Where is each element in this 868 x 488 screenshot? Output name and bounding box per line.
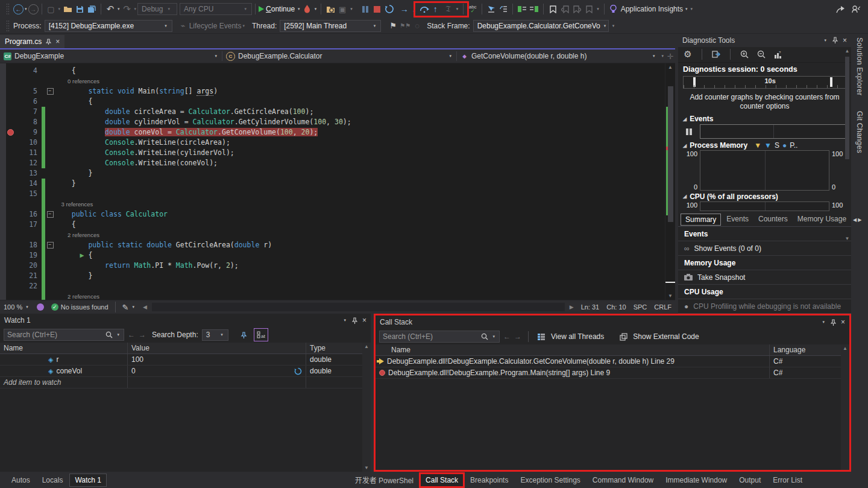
call-stack-frame-row[interactable]: DebugExample.dll!DebugExample.Calculator… bbox=[376, 356, 849, 367]
code-line[interactable]: 11 Console.WriteLine(cylinderVol); bbox=[6, 148, 665, 158]
toolbar-grip[interactable] bbox=[6, 3, 10, 15]
column-header-name[interactable]: Name bbox=[376, 344, 770, 355]
navbar-dropdown-icon[interactable]: ▾ bbox=[661, 54, 664, 59]
code-line[interactable]: 16− public class Calculator bbox=[6, 209, 665, 220]
outlining-margin[interactable] bbox=[45, 66, 55, 76]
scrollbar-thumb[interactable] bbox=[845, 57, 849, 159]
scroll-up-icon[interactable]: ▲ bbox=[665, 65, 675, 70]
code-line[interactable]: 21 } bbox=[6, 271, 665, 281]
new-window-icon[interactable]: ▢ bbox=[45, 3, 57, 15]
show-next-statement-icon[interactable]: → bbox=[400, 4, 409, 14]
code-line[interactable]: 4 { bbox=[6, 66, 665, 76]
window-position-dropdown[interactable]: ▾ bbox=[344, 318, 346, 323]
spell-check-icon[interactable]: abc✓ bbox=[467, 3, 479, 15]
close-panel-icon[interactable]: × bbox=[841, 318, 845, 326]
panel-tab-command-window[interactable]: Command Window bbox=[587, 474, 659, 487]
outlining-margin[interactable]: − bbox=[45, 209, 55, 220]
toggle-bookmark-icon[interactable] bbox=[547, 3, 559, 15]
show-external-code-button[interactable]: Show External Code bbox=[633, 332, 699, 341]
panel-tab-immediate-window[interactable]: Immediate Window bbox=[660, 474, 732, 487]
counters-icon[interactable]: ? bbox=[772, 48, 784, 60]
editor-horizontal-scrollbar[interactable] bbox=[152, 303, 565, 311]
outlining-margin[interactable] bbox=[45, 138, 55, 148]
tab-program-cs[interactable]: Program.cs × bbox=[0, 35, 64, 48]
outlining-margin[interactable] bbox=[45, 107, 55, 117]
search-next-icon[interactable]: → bbox=[139, 331, 146, 339]
outlining-margin[interactable] bbox=[45, 281, 55, 291]
codelens-line[interactable]: 0 references bbox=[6, 76, 665, 86]
events-section-header[interactable]: ◢Events bbox=[678, 113, 851, 124]
breakpoint-margin[interactable] bbox=[6, 66, 17, 76]
close-panel-icon[interactable]: × bbox=[843, 36, 847, 45]
hscroll-right-icon[interactable]: ▶ bbox=[566, 304, 577, 310]
line-indicator[interactable]: Ln: 31 bbox=[577, 303, 603, 311]
breakpoint-margin[interactable] bbox=[6, 168, 17, 179]
line-cursor-icon[interactable] bbox=[485, 3, 497, 15]
call-stack-scrollbar[interactable]: ▲ bbox=[841, 344, 849, 470]
hot-reload-dropdown[interactable]: ▾ bbox=[315, 7, 317, 11]
clear-bookmarks-icon[interactable] bbox=[583, 3, 595, 15]
solution-configuration-select[interactable]: Debug▾ bbox=[137, 3, 177, 15]
toolbar-overflow-icon[interactable]: ▾ bbox=[612, 24, 615, 28]
hot-reload-icon[interactable] bbox=[301, 3, 313, 15]
diagnostics-scrollbar[interactable]: ▲ ▼ bbox=[843, 48, 851, 241]
panel-tab-locals[interactable]: Locals bbox=[37, 474, 69, 487]
pin-panel-icon[interactable] bbox=[831, 319, 836, 326]
zoom-select[interactable]: 100 %▾ bbox=[0, 303, 33, 311]
watch-title-bar[interactable]: Watch 1 ▾ × bbox=[0, 314, 371, 327]
outlining-margin[interactable] bbox=[45, 271, 55, 281]
column-header-type[interactable]: Type bbox=[306, 343, 371, 353]
editor-vertical-scrollbar[interactable]: ▲ ▼ bbox=[665, 63, 675, 300]
codelens-line[interactable]: 3 references bbox=[6, 199, 665, 209]
step-into-icon[interactable]: ↓ bbox=[412, 4, 417, 14]
panel-tab-breakpoints[interactable]: Breakpoints bbox=[465, 474, 514, 487]
tab-scroll-right-icon[interactable]: ▶ bbox=[858, 217, 863, 223]
scroll-up-icon[interactable]: ▲ bbox=[843, 346, 848, 351]
application-insights-button[interactable]: Application Insights bbox=[621, 5, 683, 13]
scrollbar-thumb[interactable] bbox=[668, 86, 673, 222]
pause-events-icon[interactable] bbox=[683, 125, 695, 138]
search-icon[interactable] bbox=[105, 331, 113, 338]
summary-action-row[interactable]: ∞Show Events (0 of 0) bbox=[678, 241, 851, 256]
codelens-line[interactable]: 2 references bbox=[6, 291, 665, 300]
add-watch-row[interactable]: Add item to watch bbox=[0, 377, 371, 388]
zoom-out-icon[interactable] bbox=[755, 48, 767, 60]
breakpoint-margin[interactable] bbox=[6, 86, 17, 97]
find-in-files-icon[interactable] bbox=[324, 3, 336, 15]
restart-icon[interactable] bbox=[383, 3, 395, 15]
code-line[interactable]: 9 double coneVol = Calculator.GetConeVol… bbox=[6, 127, 665, 138]
code-line[interactable]: 7 double circleArea = Calculator.GetCirc… bbox=[6, 107, 665, 117]
solution-platform-select[interactable]: Any CPU▾ bbox=[180, 3, 252, 15]
prev-bookmark-icon[interactable] bbox=[559, 3, 571, 15]
outlining-margin[interactable] bbox=[45, 76, 55, 86]
watch-search-input[interactable]: Search (Ctrl+E) ▾ bbox=[4, 329, 124, 341]
breakpoint-margin[interactable] bbox=[6, 158, 17, 168]
save-all-icon[interactable] bbox=[86, 3, 98, 15]
code-line[interactable]: 20 return Math.PI * Math.Pow(r, 2); bbox=[6, 261, 665, 271]
diagnostics-tab-events[interactable]: Events bbox=[722, 214, 753, 226]
navigate-forward-icon[interactable]: → bbox=[28, 4, 39, 14]
outlining-margin[interactable] bbox=[45, 127, 55, 138]
live-share-icon[interactable] bbox=[33, 303, 48, 311]
outlining-margin[interactable] bbox=[45, 199, 55, 209]
process-memory-section-header[interactable]: ◢Process Memory ▼ ▼S ●P.. bbox=[678, 139, 851, 150]
sidebar-tab-solution-explorer[interactable]: Solution Explorer bbox=[855, 37, 864, 95]
send-feedback-icon[interactable] bbox=[850, 3, 862, 15]
break-all-icon[interactable] bbox=[359, 3, 371, 15]
lifecycle-events-dropdown[interactable]: ▾ bbox=[242, 24, 245, 28]
sidebar-tab-git-changes[interactable]: Git Changes bbox=[855, 111, 864, 153]
navigate-back-icon[interactable]: ← bbox=[13, 4, 24, 14]
code-line[interactable]: 10 Console.WriteLine(circleArea); bbox=[6, 138, 665, 148]
call-stack-frame-row[interactable]: DebugExample.dll!DebugExample.Program.Ma… bbox=[376, 367, 849, 379]
column-header-language[interactable]: Language bbox=[770, 344, 849, 355]
breakpoint-margin[interactable] bbox=[6, 281, 17, 291]
window-position-dropdown[interactable]: ▾ bbox=[822, 320, 825, 325]
export-icon[interactable] bbox=[710, 48, 722, 60]
step-over-icon[interactable] bbox=[420, 5, 430, 13]
outlining-margin[interactable] bbox=[45, 230, 55, 240]
diagnostics-tab-summary[interactable]: Summary bbox=[681, 214, 721, 226]
breakpoint-margin[interactable] bbox=[6, 240, 17, 250]
breakpoint-margin[interactable] bbox=[6, 107, 17, 117]
outlining-margin[interactable] bbox=[45, 250, 55, 261]
outlining-margin[interactable]: − bbox=[45, 240, 55, 250]
